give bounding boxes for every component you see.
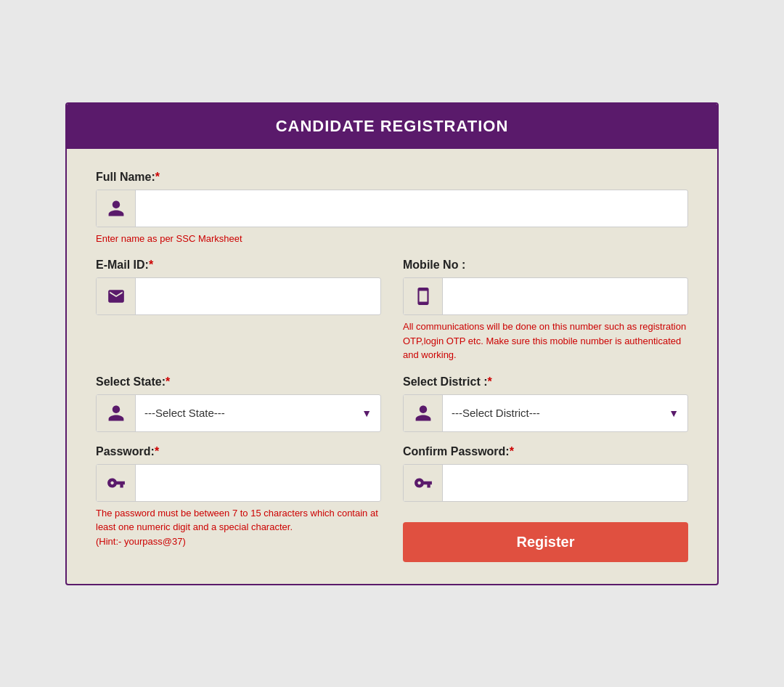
district-col: Select District :* ---Select District---… [403,375,688,432]
title-text: CANDIDATE REGISTRATION [276,117,509,135]
email-icon [97,278,136,314]
password-row: Password:* The password must be between … [96,445,688,562]
confirm-password-input-wrapper [403,464,688,502]
email-input[interactable] [136,278,380,314]
form-title: CANDIDATE REGISTRATION [67,104,717,149]
district-select[interactable]: ---Select District--- [443,395,687,431]
registration-form: CANDIDATE REGISTRATION Full Name:* Enter… [65,102,719,585]
district-label: Select District :* [403,375,688,389]
person-icon [97,190,136,227]
state-district-row: Select State:* ---Select State--- ▼ [96,375,688,432]
form-body: Full Name:* Enter name as per SSC Marksh… [67,149,717,584]
confirm-password-key-icon [404,465,443,501]
mobile-hint: All communications will be done on this … [403,320,688,362]
password-col: Password:* The password must be between … [96,445,381,549]
email-mobile-row: E-Mail ID:* Mobile No : [96,259,688,362]
district-select-wrapper: ---Select District--- ▼ [403,394,688,432]
email-input-wrapper [96,277,381,315]
confirm-password-col: Confirm Password:* Register [403,445,688,562]
state-select[interactable]: ---Select State--- [136,395,380,431]
password-input[interactable] [136,465,380,501]
full-name-group: Full Name:* Enter name as per SSC Marksh… [96,171,688,246]
mobile-input[interactable] [443,278,687,314]
confirm-password-label: Confirm Password:* [403,445,688,458]
mobile-col: Mobile No : All communications will be d… [403,259,688,362]
confirm-password-input[interactable] [443,465,687,501]
password-key-icon [97,465,136,501]
state-select-wrapper: ---Select State--- ▼ [96,394,381,432]
state-col: Select State:* ---Select State--- ▼ [96,375,381,432]
mobile-label: Mobile No : [403,259,688,272]
password-hint: The password must be between 7 to 15 cha… [96,506,381,549]
full-name-label: Full Name:* [96,171,688,184]
mobile-input-wrapper [403,277,688,315]
full-name-input-wrapper [96,190,688,227]
district-person-icon [404,395,443,431]
password-input-wrapper [96,464,381,502]
full-name-hint: Enter name as per SSC Marksheet [96,232,688,246]
state-label: Select State:* [96,375,381,389]
full-name-input[interactable] [136,190,687,227]
mobile-icon [404,278,443,314]
email-col: E-Mail ID:* [96,259,381,362]
email-label: E-Mail ID:* [96,259,381,272]
register-button[interactable]: Register [403,522,688,562]
password-label: Password:* [96,445,381,458]
state-person-icon [97,395,136,431]
